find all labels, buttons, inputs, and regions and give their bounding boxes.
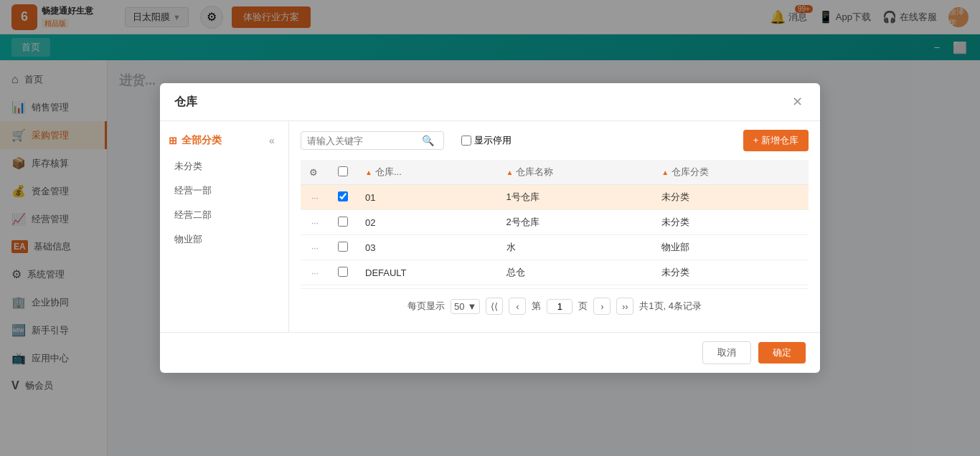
row-name-0: 1号仓库 xyxy=(498,185,654,210)
pagination: 每页显示 50 ▼ ⟨⟨ ‹ 第 页 › ›› 共1页, 4条记录 xyxy=(301,288,809,323)
category-collapse-button[interactable]: « xyxy=(264,133,280,148)
row-actions-2[interactable]: ··· xyxy=(301,235,329,260)
row-check-0[interactable] xyxy=(329,185,357,210)
th-name: ▲ 仓库名称 xyxy=(498,160,654,185)
per-page-select[interactable]: 50 ▼ xyxy=(451,299,480,314)
row-code-0: 01 xyxy=(357,185,498,210)
table-container: ⚙ ▲ 仓库... xyxy=(301,160,809,285)
modal-close-button[interactable]: ✕ xyxy=(788,93,806,110)
th-checkbox xyxy=(329,160,357,185)
toolbar-right: + 新增仓库 xyxy=(743,130,809,151)
row-check-1[interactable] xyxy=(329,210,357,235)
row-checkbox-3[interactable] xyxy=(338,267,348,277)
row-more-icon: ··· xyxy=(311,268,319,278)
select-all-checkbox[interactable] xyxy=(338,166,348,176)
category-item-property[interactable]: 物业部 xyxy=(160,227,288,252)
sort-icon-cat: ▲ xyxy=(661,168,669,176)
sort-icon-name: ▲ xyxy=(507,168,514,176)
row-category-0: 未分类 xyxy=(653,185,809,210)
row-name-2: 水 xyxy=(498,235,654,260)
modal-header: 仓库 ✕ xyxy=(160,83,820,121)
table-row[interactable]: ··· 03 水 物业部 xyxy=(301,235,809,260)
category-item-ops1[interactable]: 经营一部 xyxy=(160,179,288,203)
table-row[interactable]: ··· 02 2号仓库 未分类 xyxy=(301,210,809,235)
row-checkbox-2[interactable] xyxy=(338,242,348,252)
prev-page-button[interactable]: ‹ xyxy=(509,298,526,315)
warehouse-table: ⚙ ▲ 仓库... xyxy=(301,160,809,285)
cancel-button[interactable]: 取消 xyxy=(702,341,751,364)
row-name-3: 总仓 xyxy=(498,260,654,285)
settings-icon: ⚙ xyxy=(309,167,318,178)
search-icon[interactable]: 🔍 xyxy=(422,135,434,146)
row-code-2: 03 xyxy=(357,235,498,260)
row-category-3: 未分类 xyxy=(653,260,809,285)
row-actions-1[interactable]: ··· xyxy=(301,210,329,235)
row-code-1: 02 xyxy=(357,210,498,235)
row-more-icon: ··· xyxy=(311,193,319,203)
last-page-button[interactable]: ›› xyxy=(616,298,633,315)
row-checkbox-1[interactable] xyxy=(338,217,348,227)
warehouse-modal: 仓库 ✕ ⊞ 全部分类 « 未分类 经营一部 经营二部 物业部 xyxy=(160,83,820,373)
table-toolbar: 🔍 显示停用 + 新增仓库 xyxy=(301,130,809,151)
category-panel: ⊞ 全部分类 « 未分类 经营一部 经营二部 物业部 xyxy=(160,121,289,332)
sort-icon-code: ▲ xyxy=(365,168,372,176)
search-input[interactable] xyxy=(307,136,422,146)
show-disabled-checkbox-label[interactable]: 显示停用 xyxy=(461,134,512,147)
row-checkbox-0[interactable] xyxy=(338,191,348,201)
th-category: ▲ 仓库分类 xyxy=(653,160,809,185)
modal-title: 仓库 xyxy=(174,95,197,110)
category-header: ⊞ 全部分类 « xyxy=(160,127,288,154)
add-warehouse-button[interactable]: + 新增仓库 xyxy=(743,130,809,151)
row-category-2: 物业部 xyxy=(653,235,809,260)
modal-footer: 取消 确定 xyxy=(160,332,820,373)
th-code: ▲ 仓库... xyxy=(357,160,498,185)
category-item-unclassified[interactable]: 未分类 xyxy=(160,154,288,179)
row-check-2[interactable] xyxy=(329,235,357,260)
row-check-3[interactable] xyxy=(329,260,357,285)
show-disabled-checkbox[interactable] xyxy=(461,136,471,146)
row-more-icon: ··· xyxy=(311,243,319,253)
row-actions-3[interactable]: ··· xyxy=(301,260,329,285)
confirm-button[interactable]: 确定 xyxy=(758,342,806,364)
table-header-row: ⚙ ▲ 仓库... xyxy=(301,160,809,185)
all-category-button[interactable]: ⊞ 全部分类 xyxy=(169,134,222,147)
table-row[interactable]: ··· DEFAULT 总仓 未分类 xyxy=(301,260,809,285)
table-panel: 🔍 显示停用 + 新增仓库 xyxy=(289,121,820,332)
modal-body: ⊞ 全部分类 « 未分类 经营一部 经营二部 物业部 🔍 xyxy=(160,121,820,332)
th-gear: ⚙ xyxy=(301,160,329,185)
row-code-3: DEFAULT xyxy=(357,260,498,285)
row-more-icon: ··· xyxy=(311,218,319,228)
page-number-input[interactable] xyxy=(547,299,573,314)
category-item-ops2[interactable]: 经营二部 xyxy=(160,203,288,227)
row-category-1: 未分类 xyxy=(653,210,809,235)
chevron-down-icon-page: ▼ xyxy=(467,301,476,312)
table-row[interactable]: ··· 01 1号仓库 未分类 xyxy=(301,185,809,210)
first-page-button[interactable]: ⟨⟨ xyxy=(486,298,503,315)
search-box: 🔍 xyxy=(301,131,444,150)
grid-icon: ⊞ xyxy=(169,135,177,146)
modal-overlay: 仓库 ✕ ⊞ 全部分类 « 未分类 经营一部 经营二部 物业部 xyxy=(0,0,980,456)
next-page-button[interactable]: › xyxy=(593,298,611,315)
row-actions-0[interactable]: ··· xyxy=(301,185,329,210)
row-name-1: 2号仓库 xyxy=(498,210,654,235)
